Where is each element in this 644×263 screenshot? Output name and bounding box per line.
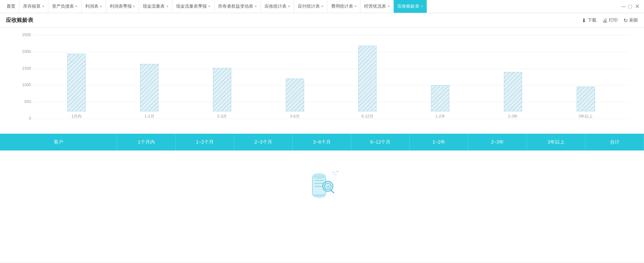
svg-text:⊘: ⊘ — [327, 184, 330, 188]
tab-bar: 首页 库存核算 × 资产负债表 × 利润表 × 利润表季报 × 现金流量表 × … — [0, 0, 644, 13]
svg-point-12 — [337, 171, 338, 172]
table-header-cell: 6~12个月 — [351, 134, 410, 150]
bar-chart: 2500 2000 1500 1000 500 0 1月内1-2月2-3月3-6… — [15, 35, 629, 130]
close-icon[interactable]: × — [208, 4, 210, 8]
refresh-icon: ↻ — [624, 18, 628, 23]
page-header: 应收账龄表 ⬇ 下载 🖨 打印 ↻ 刷新 — [0, 13, 644, 28]
bar-group: 1月内 — [67, 54, 86, 119]
tab-inventory[interactable]: 库存核算 × — [19, 0, 48, 13]
bar-group: 1-2年 — [431, 85, 449, 119]
main-content: 2500 2000 1500 1000 500 0 1月内1-2月2-3月3-6… — [0, 28, 644, 262]
svg-line-8 — [331, 190, 334, 193]
download-button[interactable]: ⬇ 下载 — [582, 17, 596, 23]
bar-x-label: 1-2月 — [145, 114, 154, 119]
tab-home[interactable]: 首页 — [3, 0, 19, 13]
table-header-cell: 1~2个月 — [176, 134, 234, 150]
tab-operation[interactable]: 经营状况表 × — [360, 0, 394, 13]
bar — [213, 68, 231, 111]
bar — [140, 64, 158, 111]
close-icon[interactable]: × — [42, 4, 44, 8]
table-header-cell: 合计 — [585, 134, 644, 150]
table-header-cell: 1个月内 — [117, 134, 176, 150]
bar-x-label: 6-12月 — [362, 114, 374, 119]
bar-x-label: 2-3月 — [217, 114, 227, 119]
bar — [358, 46, 377, 111]
header-actions: ⬇ 下载 🖨 打印 ↻ 刷新 — [582, 17, 638, 23]
bar-group: 2-3年 — [504, 72, 522, 119]
close-icon[interactable]: × — [255, 4, 257, 8]
tab-ar-stats[interactable]: 应收统计表 × — [261, 0, 294, 13]
bar — [431, 85, 449, 111]
svg-point-2 — [312, 173, 326, 179]
close-icon[interactable]: × — [75, 4, 78, 8]
bar-group: 2-3月 — [213, 68, 231, 119]
bar-group: 1-2月 — [140, 64, 158, 119]
bar — [577, 87, 595, 111]
close-icon[interactable]: × — [288, 4, 290, 8]
bar-x-label: 3-6月 — [290, 114, 300, 119]
tab-ar-aging[interactable]: 应收账龄表 × — [394, 0, 427, 13]
tab-profit[interactable]: 利润表 × — [82, 0, 106, 13]
bar-group: 3年以上 — [577, 87, 595, 119]
chart-area: 2500 2000 1500 1000 500 0 1月内1-2月2-3月3-6… — [0, 28, 644, 134]
tab-bar-actions: ─ □ ✕ — [621, 3, 641, 10]
table-header-cell: 3年以上 — [527, 134, 585, 150]
tab-cashflow-quarterly[interactable]: 现金流量表季报 × — [172, 0, 214, 13]
bar-x-label: 3年以上 — [579, 114, 593, 119]
bar-x-label: 1月内 — [71, 114, 82, 119]
bars-area: 1月内1-2月2-3月3-6月6-12月1-2年2-3年3年以上 — [33, 35, 629, 119]
window-close-button[interactable]: ✕ — [635, 3, 640, 10]
bar-group: 6-12月 — [358, 46, 377, 119]
print-button[interactable]: 🖨 打印 — [602, 17, 618, 23]
page-title: 应收账龄表 — [6, 17, 33, 24]
close-icon[interactable]: × — [166, 4, 168, 8]
table-header: 客户1个月内1~2个月2~3个月3~6个月6~12个月1~2年2~3年3年以上合… — [0, 134, 644, 150]
close-icon[interactable]: × — [321, 4, 323, 8]
bar-group: 3-6月 — [286, 79, 304, 119]
window-maximize-button[interactable]: □ — [628, 3, 632, 10]
bar-x-label: 2-3年 — [508, 114, 518, 119]
table-header-cell: 3~6个月 — [293, 134, 351, 150]
refresh-button[interactable]: ↻ 刷新 — [624, 17, 638, 23]
bar-x-label: 1-2年 — [435, 114, 445, 119]
bar — [286, 79, 304, 111]
close-icon[interactable]: × — [133, 4, 135, 8]
tab-equity[interactable]: 所有者权益变动表 × — [214, 0, 261, 13]
print-icon: 🖨 — [602, 18, 607, 23]
close-icon[interactable]: × — [355, 4, 357, 8]
bar — [504, 72, 522, 111]
empty-state: ⊘ — [0, 150, 644, 216]
empty-illustration: ⊘ — [304, 165, 340, 202]
close-icon[interactable]: × — [421, 4, 423, 8]
table-header-cell: 客户 — [0, 134, 117, 150]
tab-balance[interactable]: 资产负债表 × — [48, 0, 82, 13]
tab-cashflow[interactable]: 现金流量表 × — [139, 0, 172, 13]
tab-ap-stats[interactable]: 应付统计表 × — [294, 0, 327, 13]
window-minimize-button[interactable]: ─ — [621, 3, 625, 10]
bar — [67, 54, 86, 111]
download-icon: ⬇ — [582, 18, 586, 23]
table-header-cell: 2~3个月 — [234, 134, 293, 150]
tab-profit-quarterly[interactable]: 利润表季报 × — [106, 0, 139, 13]
close-icon[interactable]: × — [387, 4, 390, 8]
table-header-cell: 2~3年 — [468, 134, 527, 150]
table-header-cell: 1~2年 — [410, 134, 468, 150]
tab-expense-stats[interactable]: 费用统计表 × — [327, 0, 361, 13]
close-icon[interactable]: × — [100, 4, 102, 8]
